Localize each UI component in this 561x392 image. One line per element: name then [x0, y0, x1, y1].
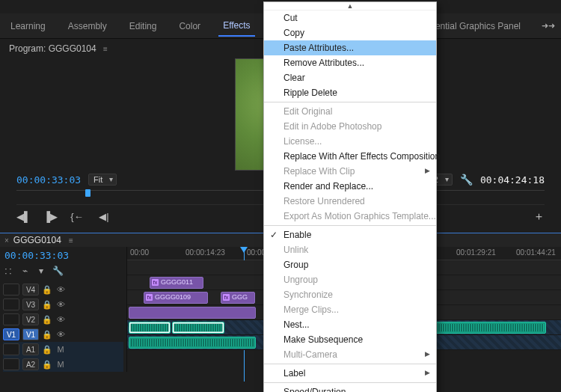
workspace-tab-learning[interactable]: Learning: [6, 16, 50, 36]
ruler-label: 00:00: [130, 248, 149, 257]
timeline-wrench-icon[interactable]: 🔧: [52, 266, 63, 276]
video-clip[interactable]: fx GGGG011: [150, 277, 203, 289]
context-menu-item[interactable]: Remove Attributes...: [264, 55, 436, 70]
source-patch-v1[interactable]: V1: [3, 328, 19, 340]
audio-clip-selected[interactable]: [172, 322, 224, 334]
timeline-timecode[interactable]: 00:00:33:03: [3, 250, 123, 261]
lock-icon[interactable]: 🔒: [42, 345, 52, 355]
context-menu-item[interactable]: Replace With After Effects Composition: [264, 149, 436, 164]
video-clip[interactable]: [129, 307, 256, 319]
video-clip[interactable]: fx GGGG0109: [144, 292, 208, 304]
context-menu-item: Multi-Camera▶: [264, 347, 436, 362]
go-to-in-button[interactable]: {←: [70, 211, 84, 222]
track-target-v3[interactable]: V3: [22, 298, 39, 310]
workspace-tab-assembly[interactable]: Assembly: [64, 16, 111, 36]
clip-label: GGGG0109: [155, 293, 191, 301]
context-menu-item[interactable]: Group: [264, 257, 436, 272]
add-transport-button[interactable]: ＋: [533, 209, 545, 224]
program-settings-icon[interactable]: 🔧: [460, 174, 473, 186]
source-patch-a1[interactable]: [3, 343, 19, 355]
context-menu-item[interactable]: Cut: [264, 10, 436, 25]
fx-badge-icon: fx: [146, 294, 153, 301]
context-menu-item[interactable]: Speed/Duration...: [264, 385, 436, 392]
track-header-v1: V1 V1 🔒 👁: [3, 327, 123, 342]
clip-label: GGGG011: [161, 278, 193, 286]
sequence-menu-icon[interactable]: ≡: [69, 236, 73, 245]
context-menu-item[interactable]: Make Subsequence: [264, 332, 436, 347]
program-zoom-fit-select[interactable]: Fit: [88, 174, 117, 186]
source-patch-v2[interactable]: [3, 313, 19, 325]
context-menu-scroll-up-icon[interactable]: ▲: [264, 2, 436, 10]
context-menu-item[interactable]: Paste Attributes...: [264, 40, 436, 55]
timeline-tool-row: ⸬ ⌁ ▾ 🔧: [3, 266, 123, 276]
context-menu-item: Merge Clips...: [264, 302, 436, 317]
track-target-a1[interactable]: A1: [22, 343, 39, 355]
lock-icon[interactable]: 🔒: [42, 285, 52, 295]
context-menu-item: Edit in Adobe Photoshop: [264, 119, 436, 134]
step-back-button[interactable]: ◀|: [97, 211, 111, 222]
mark-out-button[interactable]: ▐▶: [43, 211, 57, 222]
context-menu-item[interactable]: Label▶: [264, 366, 436, 381]
submenu-arrow-icon: ▶: [425, 167, 430, 174]
workspace-tab-effects[interactable]: Effects: [218, 16, 254, 37]
lock-icon[interactable]: 🔒: [42, 300, 52, 310]
context-menu-separator: [264, 382, 436, 383]
panel-menu-icon[interactable]: ≡: [103, 45, 108, 53]
check-icon: ✓: [270, 230, 278, 240]
program-duration: 00:04:24:18: [480, 174, 545, 186]
source-patch-a2[interactable]: [3, 358, 19, 370]
ruler-label: 00:00:14:23: [186, 248, 225, 257]
context-menu-item: Unlink: [264, 242, 436, 257]
sequence-name: GGGG0104: [13, 235, 61, 245]
eye-icon[interactable]: 👁: [55, 315, 66, 324]
clip-context-menu: ▲ CutCopyPaste Attributes...Remove Attri…: [263, 1, 437, 392]
ruler-label: 00:01:29:21: [456, 248, 496, 257]
linked-selection-icon[interactable]: ⌁: [19, 266, 30, 276]
context-menu-item[interactable]: Enable✓: [264, 227, 436, 242]
track-target-v2[interactable]: V2: [22, 313, 39, 325]
context-menu-item: Restore Unrendered: [264, 194, 436, 209]
ruler-label: 00:01:44:21: [516, 248, 556, 257]
context-menu-separator: [264, 364, 436, 364]
snap-toggle-icon[interactable]: ⸬: [3, 266, 13, 276]
source-patch-v4[interactable]: [3, 284, 19, 295]
context-menu-item[interactable]: Nest...: [264, 317, 436, 332]
source-patch-v3[interactable]: [3, 298, 19, 310]
context-menu-item[interactable]: Copy: [264, 25, 436, 40]
context-menu-item: Replace With Clip▶: [264, 164, 436, 179]
video-clip[interactable]: fx GGG: [221, 292, 255, 304]
audio-clip[interactable]: [129, 337, 256, 349]
context-menu-separator: [264, 102, 436, 102]
context-menu-item: Export As Motion Graphics Template...: [264, 209, 436, 224]
context-menu-item[interactable]: Render and Replace...: [264, 179, 436, 194]
fx-badge-icon: fx: [223, 294, 230, 301]
context-menu-item[interactable]: Ripple Delete: [264, 85, 436, 100]
context-menu-item: License...: [264, 134, 436, 149]
lock-icon[interactable]: 🔒: [42, 360, 52, 370]
lock-icon[interactable]: 🔒: [42, 330, 52, 340]
track-target-a2[interactable]: A2: [22, 358, 39, 370]
program-timecode-current[interactable]: 00:00:33:03: [16, 174, 81, 186]
context-menu-item: Ungroup: [264, 272, 436, 287]
lock-icon[interactable]: 🔒: [42, 315, 52, 325]
workspace-tab-editing[interactable]: Editing: [125, 16, 162, 36]
mark-in-button[interactable]: ◀▌: [16, 211, 30, 222]
context-menu-item[interactable]: Clear: [264, 70, 436, 85]
eye-icon[interactable]: 👁: [55, 330, 66, 339]
mute-icon[interactable]: M: [55, 360, 66, 369]
track-header-a2: A2 🔒 M: [3, 357, 123, 372]
track-header-a1: A1 🔒 M: [3, 342, 123, 357]
marker-add-icon[interactable]: ▾: [36, 266, 46, 276]
track-target-v1[interactable]: V1: [22, 328, 39, 340]
timeline-close-icon[interactable]: ×: [4, 236, 9, 245]
timeline-track-header: 00:00:33:03 ⸬ ⌁ ▾ 🔧 V4 🔒 👁 V3 🔒 👁: [0, 247, 127, 372]
mute-icon[interactable]: M: [55, 345, 66, 354]
track-target-v4[interactable]: V4: [22, 284, 39, 295]
submenu-arrow-icon: ▶: [425, 369, 430, 376]
context-menu-item: Synchronize: [264, 287, 436, 302]
eye-icon[interactable]: 👁: [55, 285, 66, 294]
workspace-tab-color[interactable]: Color: [174, 16, 205, 36]
audio-clip-selected[interactable]: [129, 322, 171, 334]
eye-icon[interactable]: 👁: [55, 300, 66, 309]
workspace-overflow-icon[interactable]: ➜➜: [542, 21, 555, 31]
